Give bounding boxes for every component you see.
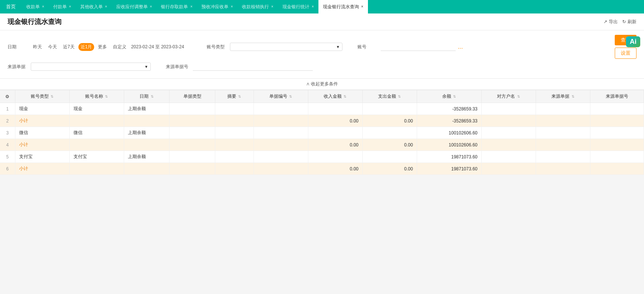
- tab-receipts[interactable]: 收款单 ×: [22, 0, 49, 13]
- table-cell: [69, 139, 124, 151]
- account-ellipsis-button[interactable]: ...: [458, 43, 463, 50]
- table-cell: [536, 139, 590, 151]
- filter-row-1: 日期 昨天 今天 近7天 近1月 更多 自定义 2023-02-24 至 202…: [8, 35, 636, 59]
- tab-payments[interactable]: 付款单 ×: [49, 0, 76, 13]
- account-filter-item: 账号: [357, 43, 456, 51]
- table-cell: [362, 151, 417, 163]
- collapse-icon: ∧: [306, 81, 311, 87]
- tab-other-income[interactable]: 其他收入单 ×: [76, 0, 112, 13]
- close-cash-bank-stats-icon[interactable]: ×: [312, 0, 314, 13]
- date-7days[interactable]: 近7天: [61, 43, 77, 51]
- source-doc-dropdown-icon: ▾: [145, 64, 147, 69]
- table-cell: 小计: [15, 115, 69, 127]
- table-cell: 微信: [15, 127, 69, 139]
- table-cell: [536, 151, 590, 163]
- th-account-name[interactable]: 账号名称 ⇅: [69, 90, 124, 103]
- table-cell: 19871073.60: [417, 151, 481, 163]
- th-expense[interactable]: 支出金额 ⇅: [362, 90, 417, 103]
- close-bank-deposit-icon[interactable]: ×: [190, 0, 192, 13]
- ai-badge[interactable]: Ai: [626, 36, 640, 47]
- table-cell: 上期余额: [124, 103, 170, 115]
- table-cell: -3528659.33: [417, 115, 481, 127]
- refresh-button[interactable]: ↻ 刷新: [622, 19, 636, 25]
- collapse-label: 收起更多条件: [311, 81, 338, 87]
- tab-cash-bank-stats[interactable]: 现金银行统计 ×: [278, 0, 318, 13]
- export-icon: ↗: [603, 19, 607, 24]
- table-cell: 支付宝: [15, 151, 69, 163]
- table-cell: [69, 115, 124, 127]
- tab-cash-bank-flow[interactable]: 现金银行流水查询 ×: [318, 0, 368, 13]
- close-cash-bank-flow-icon[interactable]: ×: [361, 0, 363, 13]
- close-advance-offset-icon[interactable]: ×: [231, 0, 233, 13]
- table-row: 1现金现金上期余额-3528659.33: [0, 103, 644, 115]
- date-today[interactable]: 今天: [46, 43, 59, 51]
- table-cell: [590, 151, 644, 163]
- close-other-income-icon[interactable]: ×: [105, 0, 107, 13]
- th-counterparty[interactable]: 对方户名 ⇅: [482, 90, 536, 103]
- date-yesterday[interactable]: 昨天: [31, 43, 44, 51]
- table-cell: [124, 115, 170, 127]
- account-type-select[interactable]: ▾: [230, 43, 342, 51]
- th-account-type[interactable]: 账号类型 ⇅: [15, 90, 69, 103]
- table-cell: [482, 139, 536, 151]
- tab-bank-deposit[interactable]: 银行存取款单 ×: [156, 0, 197, 13]
- table-cell: -3528659.33: [417, 103, 481, 115]
- tab-ar-ap-adjust[interactable]: 应收应付调整单 ×: [112, 0, 157, 13]
- settings-button[interactable]: 设置: [615, 48, 636, 59]
- date-options: 昨天 今天 近7天 近1月 更多 自定义: [31, 43, 129, 51]
- column-settings-icon[interactable]: ⚙: [5, 94, 9, 99]
- table-cell: [536, 163, 590, 175]
- table-cell: [69, 163, 124, 175]
- table-cell: [308, 151, 362, 163]
- th-source-doc-no[interactable]: 来源单据号: [590, 90, 644, 103]
- table-cell: 小计: [15, 139, 69, 151]
- table-row: 2小计0.000.00-3528659.33: [0, 115, 644, 127]
- th-settings[interactable]: ⚙: [0, 90, 15, 103]
- collapse-bar[interactable]: ∧ 收起更多条件: [0, 79, 644, 90]
- th-doc-type[interactable]: 单据类型: [170, 90, 215, 103]
- th-summary[interactable]: 摘要 ⇅: [215, 90, 254, 103]
- refresh-icon: ↻: [622, 19, 626, 24]
- th-source-doc[interactable]: 来源单据 ⇅: [536, 90, 590, 103]
- table-cell: [254, 127, 308, 139]
- sort-source-doc-icon: ⇅: [572, 95, 575, 98]
- home-tab[interactable]: 首页: [0, 0, 22, 13]
- table-header-row: ⚙ 账号类型 ⇅ 账号名称 ⇅ 日期 ⇅ 单据类型 摘要: [0, 90, 644, 103]
- page-title: 现金银行流水查询: [8, 17, 62, 26]
- date-custom[interactable]: 自定义: [111, 43, 129, 51]
- table-cell: [254, 139, 308, 151]
- th-date[interactable]: 日期 ⇅: [124, 90, 170, 103]
- close-ar-ap-adjust-icon[interactable]: ×: [150, 0, 152, 13]
- source-doc-no-filter-item: 来源单据号: [166, 63, 313, 71]
- table-cell: 1: [0, 103, 15, 115]
- data-table: ⚙ 账号类型 ⇅ 账号名称 ⇅ 日期 ⇅ 单据类型 摘要: [0, 90, 644, 175]
- source-doc-no-input[interactable]: [193, 63, 313, 71]
- tab-receipt-verify[interactable]: 收款核销执行 ×: [237, 0, 278, 13]
- sort-summary-icon: ⇅: [238, 95, 241, 98]
- th-income[interactable]: 收入金额 ⇅: [308, 90, 362, 103]
- table-cell: [590, 163, 644, 175]
- export-button[interactable]: ↗ 导出: [603, 19, 618, 25]
- close-payments-icon[interactable]: ×: [69, 0, 71, 13]
- source-doc-label: 来源单据: [8, 64, 26, 70]
- account-type-dropdown-icon: ▾: [337, 44, 339, 49]
- table-cell: [170, 139, 215, 151]
- table-cell: [482, 151, 536, 163]
- table-cell: [170, 115, 215, 127]
- date-1month[interactable]: 近1月: [78, 43, 95, 51]
- table-cell: [590, 127, 644, 139]
- account-input[interactable]: [381, 43, 456, 51]
- close-receipts-icon[interactable]: ×: [42, 0, 44, 13]
- filter-row-2: 来源单据 ▾ 来源单据号: [8, 63, 636, 71]
- close-receipt-verify-icon[interactable]: ×: [271, 0, 273, 13]
- tab-advance-offset[interactable]: 预收冲应收单 ×: [197, 0, 237, 13]
- header-actions: ↗ 导出 ↻ 刷新: [603, 19, 636, 25]
- date-more[interactable]: 更多: [96, 43, 109, 51]
- table-cell: 0.00: [362, 163, 417, 175]
- table-cell: 微信: [69, 127, 124, 139]
- th-doc-no[interactable]: 单据编号 ⇅: [254, 90, 308, 103]
- source-doc-select[interactable]: ▾: [31, 63, 151, 71]
- page-header: 现金银行流水查询 ↗ 导出 ↻ 刷新: [0, 13, 644, 30]
- table-cell: [254, 103, 308, 115]
- th-balance[interactable]: 余额 ⇅: [417, 90, 481, 103]
